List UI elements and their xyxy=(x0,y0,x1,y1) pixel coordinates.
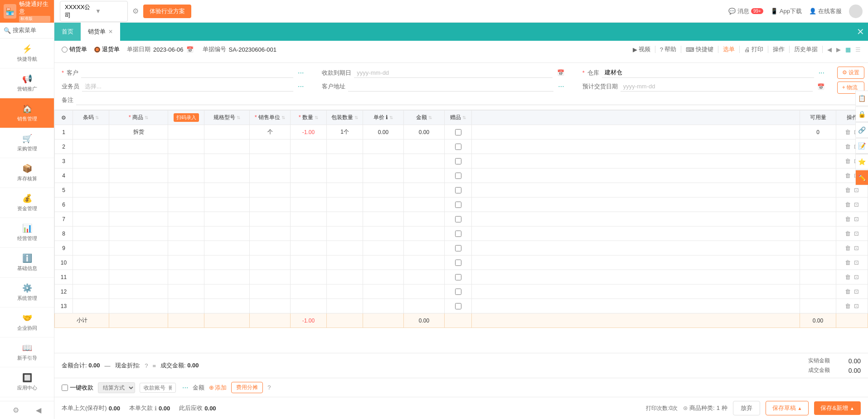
row-gift-4[interactable] xyxy=(445,169,472,183)
online-service-btn[interactable]: 👤 在线客服 xyxy=(809,7,842,15)
sidebar-item-purchase[interactable]: 🛒 采购管理 xyxy=(0,128,54,158)
row-spec-2[interactable] xyxy=(204,140,250,154)
row-gift-6[interactable] xyxy=(445,197,472,212)
customer-addr-input[interactable] xyxy=(348,82,553,92)
row-barcode-12[interactable] xyxy=(73,284,109,299)
one-click-pay[interactable]: 一键收款 xyxy=(62,384,93,392)
delete-icon-7[interactable]: 🗑 xyxy=(845,216,851,222)
row-amount-3[interactable] xyxy=(404,154,445,169)
row-barcode-11[interactable] xyxy=(73,270,109,284)
delete-icon-6[interactable]: 🗑 xyxy=(845,201,851,208)
copy-icon-12[interactable]: ⊡ xyxy=(854,288,859,295)
expense-split-btn[interactable]: 费用分摊 xyxy=(231,382,263,393)
salesperson-dots-icon[interactable]: ··· xyxy=(298,82,304,91)
help-discount-icon[interactable]: ? xyxy=(145,362,148,369)
nav-next-icon[interactable]: ▶ xyxy=(836,46,841,53)
row-price-4[interactable] xyxy=(363,169,404,183)
row-spec-13[interactable] xyxy=(204,299,250,313)
settings-button[interactable]: ⚙ 设置 xyxy=(837,67,864,79)
row-qty-7[interactable] xyxy=(291,212,327,226)
account-dots-icon[interactable]: ··· xyxy=(182,384,188,392)
row-spec-6[interactable] xyxy=(204,197,250,212)
user-avatar[interactable] xyxy=(849,5,863,18)
scan-button[interactable]: 扫码录入 xyxy=(174,113,199,122)
row-pkg-qty-12[interactable] xyxy=(327,284,363,299)
save-new-button[interactable]: 保存&新增 ▲ xyxy=(814,401,861,415)
delete-icon-13[interactable]: 🗑 xyxy=(845,303,851,309)
row-qty-9[interactable] xyxy=(291,241,327,255)
row-product-5[interactable] xyxy=(109,183,168,197)
row-pkg-qty-2[interactable] xyxy=(327,140,363,154)
row-product-13[interactable] xyxy=(109,299,168,313)
row-amount-8[interactable] xyxy=(404,226,445,241)
row-product-10[interactable] xyxy=(109,255,168,270)
copy-icon-9[interactable]: ⊡ xyxy=(854,245,859,251)
row-spec-12[interactable] xyxy=(204,284,250,299)
col-scan[interactable]: 扫码录入 xyxy=(168,111,204,125)
sidebar-item-shortcut[interactable]: ⚡ 快捷导航 xyxy=(0,39,54,68)
remarks-input[interactable] xyxy=(76,95,861,105)
row-amount-4[interactable] xyxy=(404,169,445,183)
row-barcode-2[interactable] xyxy=(73,140,109,154)
row-product-6[interactable] xyxy=(109,197,168,212)
row-price-3[interactable] xyxy=(363,154,404,169)
copy-icon-11[interactable]: ⊡ xyxy=(854,274,859,280)
sidebar-item-finance[interactable]: 💰 资金管理 xyxy=(0,188,54,218)
row-product-11[interactable] xyxy=(109,270,168,284)
video-link[interactable]: ▶ 视频 xyxy=(633,45,650,53)
row-gift-7[interactable] xyxy=(445,212,472,226)
sidebar-item-marketing[interactable]: 📢 营销推广 xyxy=(0,68,54,98)
expected-date-input[interactable] xyxy=(621,82,813,92)
sidebar-item-operations[interactable]: 📊 经营管理 xyxy=(0,218,54,248)
row-qty-10[interactable] xyxy=(291,255,327,270)
row-barcode-5[interactable] xyxy=(73,183,109,197)
grid-view-icon[interactable]: ▦ xyxy=(845,46,851,53)
delete-icon-8[interactable]: 🗑 xyxy=(845,230,851,237)
row-amount-11[interactable] xyxy=(404,270,445,284)
row-price-5[interactable] xyxy=(363,183,404,197)
copy-icon-10[interactable]: ⊡ xyxy=(854,259,859,266)
close-tab-icon[interactable]: ✕ xyxy=(108,29,113,35)
row-amount-6[interactable] xyxy=(404,197,445,212)
row-pkg-qty-11[interactable] xyxy=(327,270,363,284)
row-unit-9[interactable] xyxy=(250,241,291,255)
row-qty-11[interactable] xyxy=(291,270,327,284)
sidebar-item-basic[interactable]: ℹ️ 基础信息 xyxy=(0,248,54,278)
row-spec-4[interactable] xyxy=(204,169,250,183)
row-pkg-qty-4[interactable] xyxy=(327,169,363,183)
row-product-9[interactable] xyxy=(109,241,168,255)
copy-icon-7[interactable]: ⊡ xyxy=(854,216,859,222)
row-amount-10[interactable] xyxy=(404,255,445,270)
settings-gear-icon[interactable]: ⚙ xyxy=(132,7,139,15)
row-amount-7[interactable] xyxy=(404,212,445,226)
app-download-btn[interactable]: 📱 App下载 xyxy=(771,7,802,15)
row-price-12[interactable] xyxy=(363,284,404,299)
row-gift-11[interactable] xyxy=(445,270,472,284)
due-date-calendar-icon[interactable]: 📅 xyxy=(557,69,564,76)
calendar-icon[interactable]: 📅 xyxy=(186,46,194,53)
search-menu-item[interactable]: 🔍 搜索菜单 xyxy=(0,23,54,39)
row-unit-11[interactable] xyxy=(250,270,291,284)
row-price-7[interactable] xyxy=(363,212,404,226)
list-view-icon[interactable]: ☰ xyxy=(855,46,861,53)
row-pkg-qty-5[interactable] xyxy=(327,183,363,197)
sidebar-item-system[interactable]: ⚙️ 系统管理 xyxy=(0,278,54,308)
trial-button[interactable]: 体验行业方案 xyxy=(143,5,191,18)
row-gift-5[interactable] xyxy=(445,183,472,197)
warehouse-input[interactable]: 建材仓 xyxy=(602,67,814,78)
row-pkg-qty-9[interactable] xyxy=(327,241,363,255)
row-pkg-qty-10[interactable] xyxy=(327,255,363,270)
row-barcode-3[interactable] xyxy=(73,154,109,169)
row-unit-3[interactable] xyxy=(250,154,291,169)
row-pkg-qty-7[interactable] xyxy=(327,212,363,226)
row-spec-8[interactable] xyxy=(204,226,250,241)
delete-icon-2[interactable]: 🗑 xyxy=(845,143,851,150)
shortcut-link[interactable]: ⌨ 快捷键 xyxy=(686,45,713,53)
row-pkg-qty-3[interactable] xyxy=(327,154,363,169)
row-price-2[interactable] xyxy=(363,140,404,154)
row-unit-13[interactable] xyxy=(250,299,291,313)
rsp-btn-3[interactable]: 🔗 xyxy=(855,122,868,138)
collapse-btn[interactable]: ◀ xyxy=(36,406,41,414)
sale-order-radio[interactable]: 销货单 xyxy=(62,45,87,53)
sidebar-item-guide[interactable]: 📖 新手引导 xyxy=(0,337,54,367)
